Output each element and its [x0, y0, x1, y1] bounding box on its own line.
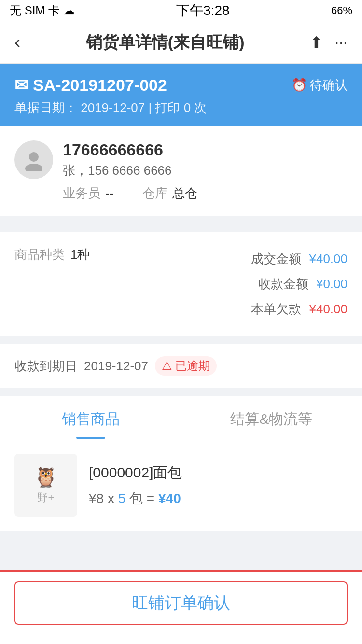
status-right: 66% — [331, 4, 352, 17]
payment-label: 收款金额 — [258, 271, 308, 296]
order-header-banner: ✉ SA-20191207-002 ⏰ 待确认 单据日期： 2019-12-07… — [0, 64, 362, 126]
product-thumb-text: 野+ — [37, 490, 55, 505]
customer-phone: 17666666666 — [63, 140, 348, 159]
multiply-sign: x — [108, 491, 114, 506]
status-clock-icon: ⏰ — [292, 78, 307, 93]
product-thumbnail: 🦉 野+ — [14, 454, 77, 517]
product-unit: 包 — [129, 491, 143, 506]
tab-sales-products[interactable]: 销售商品 — [0, 396, 181, 439]
divider-1 — [0, 216, 362, 224]
overdue-icon: ⚠ — [162, 359, 172, 373]
nav-actions: ⬆ ··· — [310, 33, 348, 52]
confirm-button-wrapper: 旺铺订单确认 — [0, 570, 362, 644]
equals-sign: = — [147, 491, 154, 506]
due-date-section: 收款到期日 2019-12-07 ⚠ 已逾期 — [0, 344, 362, 388]
tab-settlement-logistics[interactable]: 结算&物流等 — [181, 396, 362, 439]
status-time: 下午3:28 — [176, 1, 230, 20]
warehouse-value: 总仓 — [172, 185, 197, 202]
sales-value: -- — [105, 186, 113, 201]
customer-name: 张，156 6666 6666 — [63, 162, 348, 179]
tabs-section: 销售商品 结算&物流等 🦉 野+ [0000002]面包 ¥8 x 5 包 = … — [0, 396, 362, 531]
svg-point-0 — [29, 152, 39, 162]
overdue-badge: ⚠ 已逾期 — [155, 356, 217, 376]
transaction-amount: ¥40.00 — [309, 246, 348, 271]
product-calculation: ¥8 x 5 包 = ¥40 — [89, 490, 348, 508]
nav-bar: ‹ 销货单详情(来自旺铺) ⬆ ··· — [0, 21, 362, 64]
order-status: ⏰ 待确认 — [292, 77, 348, 94]
share-icon[interactable]: ⬆ — [310, 33, 323, 52]
status-bar: 无 SIM 卡 ☁ 下午3:28 66% — [0, 0, 362, 21]
status-text: 待确认 — [310, 77, 348, 94]
back-button[interactable]: ‹ — [14, 32, 20, 53]
warehouse-label: 仓库 — [142, 185, 167, 202]
overdue-text: 已逾期 — [175, 358, 210, 374]
product-total: ¥40 — [158, 491, 181, 506]
avatar — [14, 140, 53, 179]
svg-point-1 — [25, 164, 42, 171]
tabs-row: 销售商品 结算&物流等 — [0, 396, 362, 439]
order-date: 单据日期： 2019-12-07 | 打印 0 次 — [14, 99, 348, 116]
customer-section: 17666666666 张，156 6666 6666 业务员 -- 仓库 总仓 — [0, 126, 362, 216]
product-item: 🦉 野+ [0000002]面包 ¥8 x 5 包 = ¥40 — [0, 439, 362, 531]
debt-amount: ¥40.00 — [309, 296, 348, 322]
transaction-label: 成交金额 — [251, 246, 301, 271]
product-type-value: 1种 — [70, 246, 90, 263]
confirm-order-button[interactable]: 旺铺订单确认 — [14, 581, 348, 625]
product-type-label: 商品种类 — [14, 246, 65, 263]
product-qty: 5 — [118, 491, 126, 506]
order-id-text: SA-20191207-002 — [33, 76, 167, 95]
sim-status: 无 SIM 卡 ☁ — [10, 3, 75, 18]
battery-status: 66% — [331, 4, 352, 17]
product-name: [0000002]面包 — [89, 463, 348, 483]
product-thumb-owl-icon: 🦉 — [34, 466, 58, 489]
product-info: [0000002]面包 ¥8 x 5 包 = ¥40 — [89, 463, 348, 508]
sales-label: 业务员 — [63, 185, 100, 202]
summary-section: 商品种类 1种 成交金额 ¥40.00 收款金额 ¥0.00 本单欠款 ¥40.… — [0, 232, 362, 336]
nav-title: 销货单详情(来自旺铺) — [86, 31, 245, 54]
more-icon[interactable]: ··· — [334, 33, 348, 51]
debt-label: 本单欠款 — [251, 296, 301, 322]
due-date-label: 收款到期日 — [14, 358, 77, 375]
order-icon: ✉ — [14, 75, 28, 95]
order-id: ✉ SA-20191207-002 — [14, 75, 167, 95]
product-price: ¥8 — [89, 491, 104, 506]
amount-summary: 成交金额 ¥40.00 收款金额 ¥0.00 本单欠款 ¥40.00 — [251, 246, 348, 322]
customer-info: 17666666666 张，156 6666 6666 业务员 -- 仓库 总仓 — [63, 140, 348, 202]
due-date-value: 2019-12-07 — [84, 359, 148, 374]
status-left: 无 SIM 卡 ☁ — [10, 3, 75, 18]
payment-amount: ¥0.00 — [316, 271, 348, 296]
